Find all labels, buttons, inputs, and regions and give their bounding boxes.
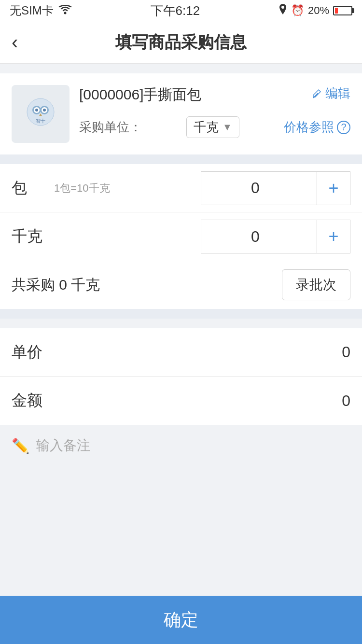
chevron-down-icon: ▼ bbox=[223, 122, 232, 133]
amount-label: 金额 bbox=[12, 390, 42, 411]
status-bar: 无SIM卡 下午6:12 ⏰ 20% bbox=[0, 0, 362, 21]
summary-row: 共采购 0 千克 录批次 bbox=[0, 261, 362, 309]
alarm-icon: ⏰ bbox=[291, 4, 304, 17]
unit-select[interactable]: 千克 ▼ bbox=[186, 116, 239, 138]
svg-point-1 bbox=[281, 6, 284, 9]
bao-sublabel: 1包=10千克 bbox=[54, 181, 110, 196]
status-left: 无SIM卡 bbox=[10, 3, 72, 18]
pencil-icon: ✏️ bbox=[12, 437, 29, 454]
kg-input-row: 千克 + bbox=[0, 212, 362, 261]
carrier-text: 无SIM卡 bbox=[10, 3, 54, 18]
unit-price-row: 单价 0 bbox=[0, 328, 362, 377]
remark-placeholder: 输入备注 bbox=[36, 436, 90, 455]
amount-value: 0 bbox=[342, 392, 350, 410]
svg-point-8 bbox=[43, 109, 46, 112]
amount-row: 金额 0 bbox=[0, 377, 362, 425]
status-right: ⏰ 20% bbox=[278, 4, 352, 17]
remark-section[interactable]: ✏️ 输入备注 bbox=[0, 425, 362, 466]
price-ref-button[interactable]: 价格参照 ? bbox=[284, 119, 350, 136]
unit-value: 千克 bbox=[194, 119, 219, 136]
product-logo: 智十 bbox=[26, 98, 55, 131]
batch-button[interactable]: 录批次 bbox=[282, 269, 350, 300]
product-card: 智十 [0000006]手撕面包 编辑 采购单位： 千克 bbox=[0, 73, 362, 154]
time-text: 下午6:12 bbox=[151, 2, 200, 19]
kg-label: 千克 bbox=[12, 226, 50, 247]
svg-point-7 bbox=[35, 109, 38, 112]
input-section: 包 1包=10千克 + 千克 + bbox=[0, 164, 362, 261]
unit-label: 采购单位： bbox=[79, 119, 142, 136]
bao-plus-button[interactable]: + bbox=[317, 171, 350, 205]
page-header: ‹ 填写商品采购信息 bbox=[0, 21, 362, 64]
location-icon bbox=[278, 4, 287, 17]
wifi-icon bbox=[58, 4, 72, 17]
unit-price-value: 0 bbox=[342, 343, 350, 361]
product-info: [0000006]手撕面包 编辑 采购单位： 千克 ▼ 价格参照 ? bbox=[79, 85, 350, 138]
battery-icon bbox=[333, 6, 352, 15]
page-title: 填写商品采购信息 bbox=[115, 31, 247, 54]
section-divider-1 bbox=[0, 154, 362, 164]
product-image: 智十 bbox=[12, 85, 70, 143]
summary-text: 共采购 0 千克 bbox=[12, 275, 100, 295]
help-icon: ? bbox=[337, 121, 350, 134]
bao-input[interactable] bbox=[201, 171, 317, 205]
unit-price-label: 单价 bbox=[12, 342, 42, 363]
confirm-button[interactable]: 确定 bbox=[0, 596, 362, 644]
back-button[interactable]: ‹ bbox=[12, 31, 18, 53]
svg-text:智十: 智十 bbox=[36, 118, 45, 124]
kg-input[interactable] bbox=[201, 220, 317, 253]
edit-button[interactable]: 编辑 bbox=[311, 85, 350, 102]
section-divider-2 bbox=[0, 309, 362, 319]
bao-label: 包 bbox=[12, 178, 50, 199]
kg-plus-button[interactable]: + bbox=[317, 220, 350, 253]
bao-input-row: 包 1包=10千克 + bbox=[0, 164, 362, 212]
battery-percent: 20% bbox=[308, 4, 329, 17]
product-name: [0000006]手撕面包 bbox=[79, 85, 311, 105]
svg-rect-11 bbox=[313, 93, 318, 98]
info-section: 单价 0 金额 0 bbox=[0, 328, 362, 425]
svg-point-0 bbox=[64, 12, 66, 14]
